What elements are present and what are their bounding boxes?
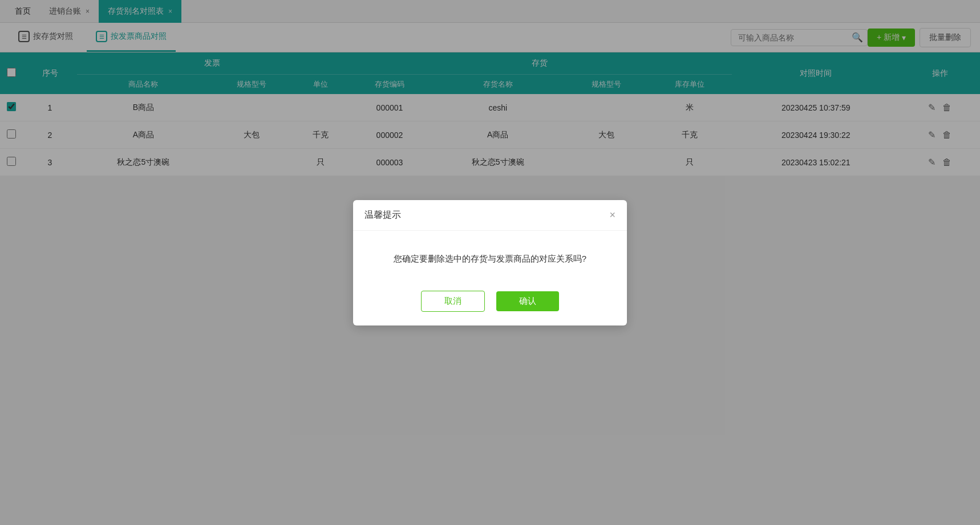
dialog-overlay: 温馨提示 × 您确定要删除选中的存货与发票商品的对应关系吗? 取消 确认 [0, 0, 980, 176]
